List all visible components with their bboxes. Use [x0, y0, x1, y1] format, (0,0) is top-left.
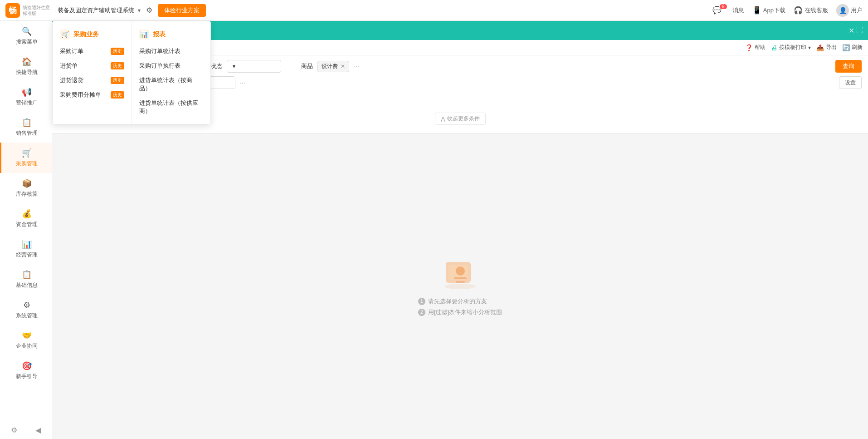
purchase-order-history-badge: 历史 [111, 48, 124, 55]
svg-point-0 [444, 284, 476, 289]
empty-text-list: 请先选择要分析的方案 用[过滤]条件来缩小分析范围 [418, 297, 502, 319]
logo-text: 畅捷通好生意 标准版 [23, 5, 50, 16]
finance-icon: 💰 [22, 209, 32, 219]
menu-item-purchase-order[interactable]: 采购订单 历史 [53, 44, 132, 59]
menu-item-goods-stats-by-supplier[interactable]: 进货单统计表（按供应商） [132, 96, 211, 118]
sidebar-item-purchase[interactable]: 🛒 采购管理 [0, 143, 52, 173]
sidebar-bottom: ⚙ ◀ [0, 421, 52, 439]
purchase-business-icon: 🛒 [60, 30, 70, 39]
collapse-label: 收起更多条件 [447, 115, 480, 123]
sidebar-item-basic[interactable]: 📋 基础信息 [0, 264, 52, 295]
bill-status-select[interactable]: ▾ [227, 60, 281, 73]
logo-icon: 畅 [5, 3, 20, 18]
sidebar-label-inventory: 库存核算 [16, 190, 38, 198]
app-download-item[interactable]: 📱 App下载 [752, 6, 785, 15]
sidebar-item-search[interactable]: 🔍 搜索菜单 [0, 21, 52, 51]
headset-icon: 🎧 [794, 6, 803, 15]
goods-receipt-history-badge: 历史 [111, 62, 124, 69]
sidebar-item-guide[interactable]: 🎯 新手引导 [0, 355, 52, 386]
refresh-icon: 🔄 [842, 44, 850, 51]
logo-area: 畅 畅捷通好生意 标准版 [5, 3, 58, 18]
enterprise-icon: 🤝 [22, 330, 32, 340]
avatar: 👤 [836, 4, 849, 17]
sidebar-item-system[interactable]: ⚙ 系统管理 [0, 295, 52, 325]
collapse-icon: ⋀ [441, 116, 445, 122]
query-button[interactable]: 查询 [835, 60, 862, 73]
goods-label: 商品 [286, 62, 313, 70]
tab-bar-actions: ✕ ⛶ [848, 26, 868, 35]
sidebar-label-business: 经营管理 [16, 251, 38, 259]
system-dropdown-button[interactable]: ▾ [138, 7, 141, 14]
sidebar-label-enterprise: 企业协同 [16, 342, 38, 350]
refresh-button[interactable]: 🔄 刷新 [842, 44, 863, 51]
phone-icon: 📱 [752, 6, 761, 15]
menu-item-goods-return[interactable]: 进货退货 历史 [53, 73, 132, 88]
sidebar-label-search: 搜索菜单 [16, 38, 38, 46]
business-icon: 📊 [22, 239, 32, 249]
user-item[interactable]: 👤 用户 [836, 4, 863, 17]
goods-return-history-badge: 历史 [111, 77, 124, 84]
dropdown-col-report-header: 📊 报表 [132, 27, 211, 44]
empty-state: 请先选择要分析的方案 用[过滤]条件来缩小分析范围 [52, 133, 868, 439]
system-name-area: 装备及固定资产辅助管理系统 ▾ ⚙ 体验行业方案 [58, 4, 712, 17]
notification-item[interactable]: 💬 9 消息 [712, 6, 744, 15]
menu-item-goods-stats-by-product-label: 进货单统计表（按商品） [139, 76, 204, 93]
menu-item-purchase-fee[interactable]: 采购费用分摊单 历史 [53, 88, 132, 102]
empty-hint-1: 请先选择要分析的方案 [418, 297, 502, 306]
sidebar-item-inventory[interactable]: 📦 库存核算 [0, 173, 52, 203]
search-icon: 🔍 [22, 26, 32, 36]
top-header: 畅 畅捷通好生意 标准版 装备及固定资产辅助管理系统 ▾ ⚙ 体验行业方案 💬 … [0, 0, 868, 21]
goods-ellipsis[interactable]: ··· [354, 63, 359, 70]
svg-rect-4 [454, 277, 467, 279]
sidebar-item-business[interactable]: 📊 经营管理 [0, 234, 52, 264]
tab-bar-expand-button[interactable]: ⛶ [856, 26, 863, 35]
marketing-icon: 📢 [22, 87, 32, 97]
menu-item-purchase-order-exec[interactable]: 采购订单执行表 [132, 59, 211, 73]
system-title: 装备及固定资产辅助管理系统 [58, 6, 134, 15]
export-button[interactable]: 📤 导出 [816, 44, 837, 51]
basic-icon: 📋 [22, 270, 32, 280]
dropdown-col-business-header: 🛒 采购业务 [53, 27, 132, 44]
online-service-item[interactable]: 🎧 在线客服 [794, 6, 828, 15]
sidebar-item-sales[interactable]: 📋 销售管理 [0, 112, 52, 143]
goods-tag[interactable]: 设计费 ✕ [317, 61, 349, 72]
settings-button[interactable]: 设置 [839, 76, 862, 89]
sidebar-collapse-button[interactable]: ◀ [35, 426, 41, 434]
sidebar-label-system: 系统管理 [16, 312, 38, 320]
help-button[interactable]: ❓ 帮助 [745, 44, 766, 51]
sidebar: 🔍 搜索菜单 🏠 快捷导航 📢 营销推广 📋 销售管理 🛒 采购管理 📦 库存核… [0, 21, 52, 439]
sidebar-settings-button[interactable]: ⚙ [11, 426, 17, 434]
purchase-icon: 🛒 [22, 148, 32, 158]
export-label: 导出 [826, 44, 837, 51]
empty-hint-2: 用[过滤]条件来缩小分析范围 [418, 308, 502, 316]
sidebar-item-finance[interactable]: 💰 资金管理 [0, 203, 52, 234]
sidebar-label-guide: 新手引导 [16, 373, 38, 380]
sidebar-item-quick-nav[interactable]: 🏠 快捷导航 [0, 51, 52, 82]
dropdown-col-report: 📊 报表 采购订单统计表 采购订单执行表 进货单统计表（按商品） 进货单统计表（… [132, 21, 211, 124]
sidebar-label-finance: 资金管理 [16, 221, 38, 228]
svg-point-3 [456, 266, 465, 276]
print-template-button[interactable]: 🖨 按模板打印 ▾ [771, 44, 811, 51]
svg-rect-5 [456, 281, 465, 283]
system-gear-button[interactable]: ⚙ [144, 6, 154, 15]
filter-collapse-button[interactable]: ⋀ 收起更多条件 [435, 113, 486, 125]
menu-item-goods-receipt-label: 进货单 [60, 62, 78, 70]
industry-button[interactable]: 体验行业方案 [158, 4, 206, 17]
tab-bar-close-button[interactable]: ✕ [848, 26, 854, 35]
print-icon: 🖨 [771, 44, 777, 51]
sidebar-label-purchase: 采购管理 [16, 160, 38, 168]
menu-item-purchase-fee-label: 采购费用分摊单 [60, 91, 101, 99]
export-icon: 📤 [816, 44, 824, 51]
purchase-dropdown-menu: 🛒 采购业务 采购订单 历史 进货单 历史 进货退货 历史 采购费用分摊单 历史… [52, 21, 211, 124]
menu-item-goods-stats-by-product[interactable]: 进货单统计表（按商品） [132, 73, 211, 96]
sidebar-item-enterprise[interactable]: 🤝 企业协同 [0, 325, 52, 355]
sidebar-item-marketing[interactable]: 📢 营销推广 [0, 82, 52, 112]
home-icon: 🏠 [22, 57, 32, 67]
goods-tag-close[interactable]: ✕ [341, 63, 345, 69]
menu-item-purchase-order-stats[interactable]: 采购订单统计表 [132, 44, 211, 59]
salesperson-ellipsis[interactable]: ··· [240, 79, 245, 86]
sidebar-label-marketing: 营销推广 [16, 99, 38, 107]
menu-item-goods-receipt[interactable]: 进货单 历史 [53, 59, 132, 73]
notification-label: 消息 [732, 6, 744, 15]
empty-icon [438, 254, 483, 290]
